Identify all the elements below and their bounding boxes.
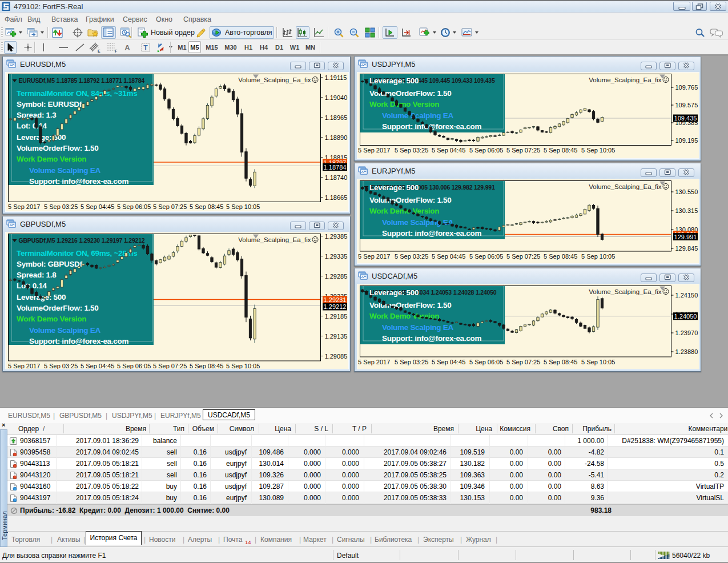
svg-text:1.29185: 1.29185: [325, 313, 348, 320]
svg-text:5 Sep 07:25: 5 Sep 07:25: [153, 203, 187, 210]
svg-text:5 Sep 03:25: 5 Sep 03:25: [395, 359, 428, 365]
svg-text:E: E: [98, 49, 100, 53]
svg-text:Volume Scalping EA: Volume Scalping EA: [29, 166, 100, 175]
svg-text:TerminalMonitor ON, 84ms, ~31m: TerminalMonitor ON, 84ms, ~31ms: [17, 89, 137, 98]
svg-text:5 Sep 06:05: 5 Sep 06:05: [117, 363, 151, 369]
svg-text:5 Sep 04:45: 5 Sep 04:45: [432, 359, 465, 365]
svg-text:5 Sep 10:05: 5 Sep 10:05: [581, 147, 615, 154]
svg-text:Volume_Scalping_Ea_fix: Volume_Scalping_Ea_fix: [238, 77, 311, 83]
svg-text:Терминал: Терминал: [1, 511, 8, 540]
svg-text:1.18965: 1.18965: [325, 114, 348, 121]
svg-text:5 Sep 10:05: 5 Sep 10:05: [226, 203, 260, 210]
svg-text:5 Sep 04:45: 5 Sep 04:45: [81, 363, 114, 369]
svg-text:Volume_Scalping_Ea_fix: Volume_Scalping_Ea_fix: [589, 288, 661, 295]
svg-text:5 Sep 06:05: 5 Sep 06:05: [469, 359, 503, 365]
svg-text:Symbol: GBPUSDf: Symbol: GBPUSDf: [17, 260, 83, 268]
svg-text:1.18665: 1.18665: [325, 194, 348, 201]
svg-text:5 Sep 10:05: 5 Sep 10:05: [581, 253, 615, 260]
svg-text:Leverage: 500: Leverage: 500: [369, 183, 419, 192]
svg-text:129.991: 129.991: [674, 234, 697, 240]
svg-text:VolumeOrderFlow: 1.50: VolumeOrderFlow: 1.50: [369, 89, 452, 98]
svg-text:1.29385: 1.29385: [325, 233, 348, 240]
svg-text:5 Sep 2017: 5 Sep 2017: [358, 147, 390, 154]
svg-text:1.24150: 1.24150: [675, 292, 698, 299]
svg-text:130.315: 130.315: [675, 207, 698, 214]
svg-text:Spread: 1.3: Spread: 1.3: [17, 111, 57, 119]
svg-text:Leverage: 500: Leverage: 500: [369, 77, 419, 85]
svg-text:Support: info@forex-ea.com: Support: info@forex-ea.com: [29, 177, 128, 186]
svg-text:5 Sep 06:05: 5 Sep 06:05: [117, 203, 151, 210]
svg-text:VolumeOrderFlow: 1.50: VolumeOrderFlow: 1.50: [369, 301, 452, 309]
svg-text:EURUSDf,M5 1.18785 1.18792 1.: EURUSDf,M5 1.18785 1.18792 1.18771 1.187…: [19, 77, 145, 84]
svg-text:5 Sep 07:25: 5 Sep 07:25: [153, 363, 187, 369]
svg-text:5 Sep 03:25: 5 Sep 03:25: [44, 203, 78, 210]
svg-text:5 Sep 07:25: 5 Sep 07:25: [506, 253, 540, 260]
svg-text:5 Sep 2017: 5 Sep 2017: [8, 363, 40, 369]
svg-text:5 Sep 06:05: 5 Sep 06:05: [469, 147, 503, 154]
svg-text:5 Sep 08:45: 5 Sep 08:45: [190, 203, 223, 210]
svg-text:1.18890: 1.18890: [325, 134, 348, 141]
svg-text:5 Sep 04:45: 5 Sep 04:45: [81, 203, 114, 210]
svg-text:1.24050: 1.24050: [674, 313, 697, 320]
svg-text:129.845: 129.845: [675, 245, 698, 252]
svg-text:5 Sep 07:25: 5 Sep 07:25: [506, 359, 540, 365]
svg-text:A: A: [124, 43, 130, 52]
svg-text:109.575: 109.575: [675, 102, 698, 108]
svg-text:Volume_Scalping_Ea_fix: Volume_Scalping_Ea_fix: [589, 183, 661, 190]
svg-text:Volume Scalping EA: Volume Scalping EA: [382, 218, 453, 227]
svg-text:Volume_Scalping_Ea_fix: Volume_Scalping_Ea_fix: [238, 236, 311, 243]
svg-text:1.29085: 1.29085: [325, 353, 348, 360]
svg-text:Work Demo Version: Work Demo Version: [369, 207, 439, 215]
svg-text:Work Demo Version: Work Demo Version: [369, 312, 439, 320]
svg-text:VolumeOrderFlow: 1.50: VolumeOrderFlow: 1.50: [369, 196, 452, 204]
svg-text:5 Sep 2017: 5 Sep 2017: [358, 359, 390, 365]
svg-text:T: T: [143, 44, 148, 52]
svg-text:1.29335: 1.29335: [325, 253, 348, 260]
svg-text:TerminalMonitor ON, 69ms, ~28m: TerminalMonitor ON, 69ms, ~28ms: [17, 249, 137, 258]
svg-text:Volume_Scalping_Ea_fix: Volume_Scalping_Ea_fix: [589, 77, 661, 83]
svg-text:109.195: 109.195: [675, 137, 698, 144]
svg-text:5 Sep 07:25: 5 Sep 07:25: [506, 147, 540, 154]
svg-text:Leverage: 500: Leverage: 500: [369, 288, 419, 297]
svg-text:Work Demo Version: Work Demo Version: [369, 100, 439, 108]
svg-text:5 Sep 08:45: 5 Sep 08:45: [544, 253, 577, 260]
svg-text:1.23880: 1.23880: [675, 348, 698, 355]
svg-text:Support: info@forex-ea.com: Support: info@forex-ea.com: [29, 337, 128, 345]
svg-text:Work Demo Version: Work Demo Version: [17, 315, 86, 323]
svg-text:5 Sep 03:25: 5 Sep 03:25: [395, 147, 428, 154]
svg-text:1.18784: 1.18784: [324, 164, 347, 171]
svg-text:5 Sep 08:45: 5 Sep 08:45: [544, 147, 577, 154]
svg-text:GBPUSDf,M5 1.29216 1.29230 1.: GBPUSDf,M5 1.29216 1.29230 1.29197 1.292…: [19, 237, 145, 244]
svg-text:Volume Scalping EA: Volume Scalping EA: [29, 326, 100, 335]
svg-text:F: F: [115, 49, 118, 53]
svg-text:1.19040: 1.19040: [325, 94, 348, 101]
svg-text:Support: info@forex-ea.com: Support: info@forex-ea.com: [382, 229, 481, 238]
svg-text:1.19115: 1.19115: [325, 74, 347, 81]
svg-text:VolumeOrderFlow: 1.50: VolumeOrderFlow: 1.50: [17, 144, 99, 152]
svg-text:109.765: 109.765: [675, 84, 698, 91]
svg-text:1.29135: 1.29135: [325, 333, 348, 340]
svg-text:1.29231: 1.29231: [324, 296, 347, 303]
svg-text:5 Sep 2017: 5 Sep 2017: [8, 203, 40, 210]
svg-text:1.23970: 1.23970: [675, 329, 698, 336]
svg-text:5 Sep 08:45: 5 Sep 08:45: [190, 363, 223, 369]
svg-text:Lot: 0.14: Lot: 0.14: [17, 122, 47, 130]
svg-text:1.18740: 1.18740: [325, 174, 348, 181]
svg-text:5 Sep 10:05: 5 Sep 10:05: [226, 363, 260, 369]
svg-text:5 Sep 08:45: 5 Sep 08:45: [544, 359, 577, 365]
svg-text:130.550: 130.550: [675, 188, 698, 195]
svg-text:5 Sep 10:05: 5 Sep 10:05: [581, 359, 615, 365]
svg-text:1.29285: 1.29285: [325, 273, 348, 280]
svg-text:5 Sep 2017: 5 Sep 2017: [358, 253, 390, 260]
svg-text:5 Sep 03:25: 5 Sep 03:25: [395, 253, 428, 260]
svg-text:Symbol: EURUSDf: Symbol: EURUSDf: [17, 100, 82, 108]
svg-text:Volume Scalping EA: Volume Scalping EA: [382, 323, 453, 332]
svg-text:1.29212: 1.29212: [324, 303, 347, 310]
svg-text:VolumeOrderFlow: 1.50: VolumeOrderFlow: 1.50: [17, 304, 99, 312]
svg-text:Spread: 1.8: Spread: 1.8: [17, 271, 57, 279]
svg-text:5 Sep 04:45: 5 Sep 04:45: [432, 147, 465, 154]
svg-text:5 Sep 06:05: 5 Sep 06:05: [469, 253, 503, 260]
svg-text:5 Sep 03:25: 5 Sep 03:25: [44, 363, 78, 369]
svg-text:Work Demo Version: Work Demo Version: [17, 155, 86, 163]
svg-text:Support: info@forex-ea.com: Support: info@forex-ea.com: [382, 334, 481, 343]
